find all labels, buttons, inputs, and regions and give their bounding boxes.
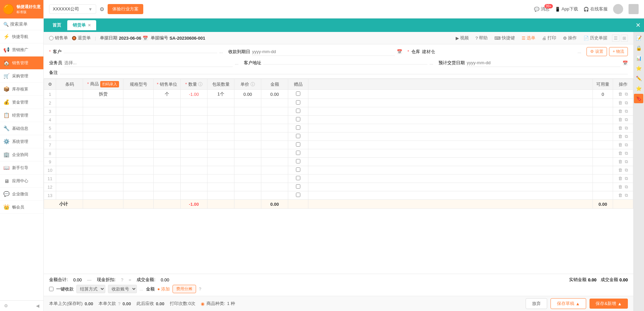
row-pack[interactable] [207, 141, 234, 149]
help-button[interactable]: ? 帮助 [473, 34, 490, 42]
salesperson-input[interactable] [64, 59, 233, 67]
online-service-button[interactable]: 🎧 在线客服 [583, 6, 608, 12]
sidebar-item-operations[interactable]: 📋 经营管理 [0, 109, 43, 122]
trial-button[interactable]: 体验行业方案 [108, 4, 143, 14]
avatar[interactable] [613, 4, 623, 14]
delete-icon[interactable]: 🗑 [618, 125, 622, 130]
row-gift[interactable] [288, 183, 308, 191]
row-unit[interactable] [154, 124, 181, 132]
copy-icon[interactable]: ⧉ [625, 167, 628, 172]
row-product[interactable] [83, 107, 123, 116]
row-spec[interactable] [123, 158, 154, 166]
account-select[interactable]: 收款账号 [108, 285, 137, 293]
copy-icon[interactable]: ⧉ [625, 184, 628, 189]
row-amount[interactable] [261, 99, 288, 107]
row-spec[interactable] [123, 191, 154, 200]
row-barcode[interactable] [56, 132, 83, 141]
row-gift[interactable] [288, 158, 308, 166]
row-pack[interactable] [207, 107, 234, 116]
history-button[interactable]: 📄 历史单据 [581, 34, 609, 42]
copy-icon[interactable]: ⧉ [625, 142, 628, 147]
message-button[interactable]: 💬 消息 99+ [534, 6, 550, 12]
add-button[interactable]: ● 添加 [157, 286, 170, 292]
row-qty[interactable] [181, 124, 207, 132]
operation-button[interactable]: ⚙ 操作 [561, 34, 579, 42]
sidebar-item-enterprise[interactable]: 🏢 企业协同 [0, 148, 43, 161]
customer-addr-input[interactable] [263, 62, 427, 65]
row-amount[interactable] [261, 116, 288, 124]
row-pack[interactable] [207, 149, 234, 158]
row-gift[interactable] [288, 99, 308, 107]
row-spec[interactable] [123, 141, 154, 149]
row-barcode[interactable] [56, 141, 83, 149]
right-tool-4[interactable]: ⭐ [634, 64, 643, 73]
one-click-checkbox[interactable] [49, 287, 53, 291]
radio-return[interactable]: 退货单 [72, 35, 91, 41]
expense-help-icon[interactable]: ? [199, 286, 201, 291]
row-spec[interactable] [123, 174, 154, 183]
radio-sales-input[interactable] [49, 36, 53, 40]
delete-icon[interactable]: 🗑 [618, 151, 622, 156]
right-tool-5[interactable]: ✏️ [634, 74, 643, 83]
copy-icon[interactable]: ⧉ [625, 151, 628, 156]
sidebar-item-member[interactable]: 👑 畅会员 [0, 201, 43, 214]
row-qty[interactable]: -1.00 [181, 90, 207, 99]
customer-dots[interactable]: ... [219, 49, 223, 54]
delete-icon[interactable]: 🗑 [618, 100, 622, 105]
save-new-button[interactable]: 保存&新增 ▲ [590, 299, 628, 309]
settlement-select[interactable]: 结算方式 [76, 285, 105, 293]
row-price[interactable] [234, 116, 261, 124]
close-all-button[interactable]: ✕ [636, 22, 641, 29]
customer-addr-dots[interactable]: ... [429, 61, 433, 66]
scan-button[interactable]: 扫码录入 [100, 81, 119, 87]
sidebar-item-appstore[interactable]: 🖥 应用中心 [0, 174, 43, 188]
row-price[interactable] [234, 149, 261, 158]
customer-input[interactable] [64, 50, 217, 53]
delete-icon[interactable]: 🗑 [618, 159, 622, 164]
sidebar-item-finance[interactable]: 💰 资金管理 [0, 96, 43, 109]
settings-bottom-icon[interactable]: ⚙ [4, 303, 8, 308]
row-product[interactable] [83, 99, 123, 107]
delete-icon[interactable]: 🗑 [618, 167, 622, 172]
sidebar-item-newbie[interactable]: 📖 新手引导 [0, 161, 43, 174]
right-tool-2[interactable]: 🔒 [634, 43, 643, 53]
row-pack[interactable] [207, 183, 234, 191]
row-unit[interactable] [154, 99, 181, 107]
row-gift[interactable] [288, 149, 308, 158]
right-tool-3[interactable]: 📊 [634, 53, 643, 63]
row-amount[interactable]: 0.00 [261, 90, 288, 99]
salesperson-dots[interactable]: ... [235, 61, 238, 66]
row-qty[interactable] [181, 183, 207, 191]
row-amount[interactable] [261, 132, 288, 141]
delivery-calendar-icon[interactable]: 📅 [622, 61, 628, 66]
row-unit[interactable] [154, 174, 181, 183]
row-qty[interactable] [181, 116, 207, 124]
delete-icon[interactable]: 🗑 [618, 184, 622, 189]
expense-button[interactable]: 费用分摊 [173, 285, 196, 293]
row-price[interactable] [234, 124, 261, 132]
row-barcode[interactable] [56, 174, 83, 183]
row-gift[interactable] [288, 124, 308, 132]
row-amount[interactable] [261, 158, 288, 166]
app-download-button[interactable]: 📱 App下载 [555, 6, 578, 12]
order-value[interactable]: SA-20230606-001 [169, 36, 205, 41]
row-gift[interactable] [288, 90, 308, 99]
row-pack[interactable] [207, 116, 234, 124]
delete-icon[interactable]: 🗑 [618, 91, 622, 96]
row-product[interactable] [83, 191, 123, 200]
row-qty[interactable] [181, 132, 207, 141]
row-amount[interactable] [261, 124, 288, 132]
row-product[interactable] [83, 158, 123, 166]
row-qty[interactable] [181, 149, 207, 158]
tab-close-icon[interactable]: ✕ [88, 23, 91, 28]
collapse-icon[interactable]: ◀ [36, 303, 39, 308]
warehouse-value[interactable]: 建材仓 [422, 47, 576, 56]
row-pack[interactable]: 1个 [207, 90, 234, 99]
copy-icon[interactable]: ⧉ [625, 159, 628, 164]
copy-icon[interactable]: ⧉ [625, 134, 628, 139]
row-spec[interactable] [123, 149, 154, 158]
row-amount[interactable] [261, 107, 288, 116]
copy-icon[interactable]: ⧉ [625, 117, 628, 122]
delete-icon[interactable]: 🗑 [618, 142, 622, 147]
row-qty[interactable] [181, 141, 207, 149]
